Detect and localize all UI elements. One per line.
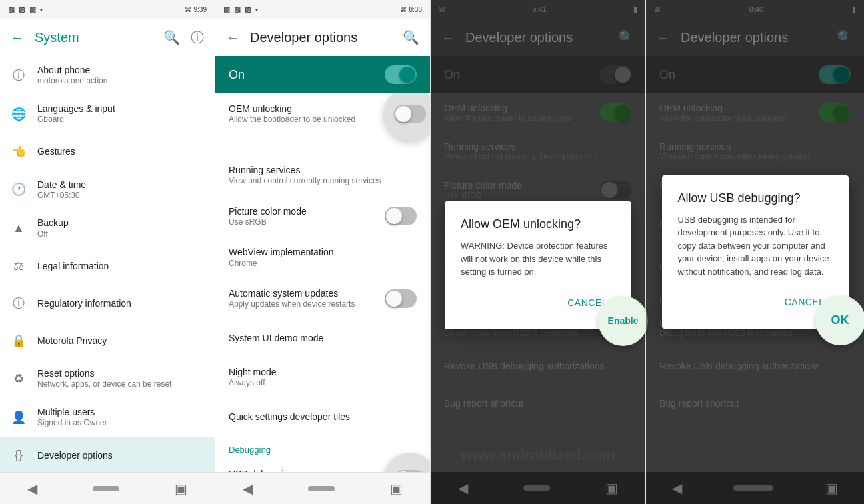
reset-sub: Network, apps, or device can be reset [37, 379, 204, 390]
settings-item-backup[interactable]: ▲ Backup Off [0, 209, 215, 247]
oem-dialog-title: Allow OEM unlocking? [461, 217, 615, 231]
settings-item-privacy[interactable]: 🔒 Motorola Privacy [0, 322, 215, 359]
gestures-label: Gestures [37, 145, 204, 157]
mid-wifi-icon: ⌘ [400, 6, 407, 13]
color-label: Picture color mode [229, 205, 385, 217]
running-label: Running services [229, 164, 417, 176]
dev-item-webview[interactable]: WebView implementation Chrome [215, 237, 430, 278]
status-bar-mid: ▩ ▩ ▩ • ⌘ 8:38 [215, 0, 430, 19]
notification-icon-1: ▩ [8, 5, 15, 14]
nav-home-mid[interactable] [308, 486, 335, 491]
status-bar-left: ▩ ▩ ▩ • ⌘ 9:39 [0, 0, 215, 19]
system-settings-panel: ▩ ▩ ▩ • ⌘ 9:39 ← System 🔍 ⓘ ⓘ About phon… [0, 0, 215, 504]
regulatory-icon: ⓘ [11, 295, 27, 311]
users-label: Multiple users [37, 406, 204, 418]
languages-label: Languages & input [37, 103, 204, 115]
color-sub: Use sRGB [229, 217, 385, 228]
dev-item-demo[interactable]: System UI demo mode [215, 319, 430, 357]
usb-dialog-title: Allow USB debugging? [678, 191, 833, 205]
datetime-sub: GMT+05:30 [37, 191, 204, 201]
developer-icon: {} [11, 447, 27, 463]
dev-item-usb[interactable]: USB debugging Debug mode when USB is con… [215, 459, 430, 472]
webview-sub: Chrome [229, 259, 417, 269]
reset-label: Reset options [37, 367, 204, 379]
legal-icon: ⚖ [11, 258, 27, 274]
settings-item-about-phone[interactable]: ⓘ About phone motorola one action [0, 56, 215, 95]
settings-item-languages[interactable]: 🌐 Languages & input Gboard [0, 95, 215, 133]
languages-sub: Gboard [37, 115, 204, 125]
webview-label: WebView implementation [229, 246, 417, 258]
about-phone-label: About phone [37, 64, 204, 76]
usb-dialog-overlay: Allow USB debugging? USB debugging is in… [646, 0, 864, 504]
back-icon[interactable]: ← [11, 30, 24, 45]
usb-large-toggle[interactable] [383, 453, 430, 472]
mid-notification-2: ▩ [234, 5, 241, 14]
nav-bar-mid: ◀ ▣ [215, 472, 430, 504]
on-toggle-mid[interactable] [385, 65, 417, 84]
regulatory-label: Regulatory information [37, 297, 204, 309]
oem-dialog-overlay: Allow OEM unlocking? WARNING: Device pro… [431, 0, 645, 504]
about-phone-sub: motorola one action [37, 76, 204, 87]
notification-icon-2: ▩ [19, 5, 25, 14]
users-icon: 👤 [11, 409, 27, 425]
settings-item-gestures[interactable]: 👈 Gestures [0, 133, 215, 171]
color-toggle[interactable] [385, 207, 417, 225]
wifi-icon: ⌘ [185, 6, 191, 13]
dev-item-night[interactable]: Night mode Always off [215, 357, 430, 398]
mid-notification-3: ▩ [245, 5, 251, 14]
developer-options-panel-2: ⌘ 9:41 ▮ ← Developer options 🔍 On OEM un… [431, 0, 646, 504]
time-left: 9:39 [194, 6, 207, 13]
search-icon[interactable]: 🔍 [163, 29, 180, 45]
settings-item-reset[interactable]: ♻ Reset options Network, apps, or device… [0, 359, 215, 398]
oem-enable-label: Enable [608, 315, 639, 326]
mid-dot: • [255, 5, 258, 13]
developer-label: Developer options [37, 449, 204, 461]
dev-back-icon[interactable]: ← [226, 30, 239, 45]
system-title: System [35, 30, 153, 45]
oem-large-toggle[interactable] [383, 93, 430, 141]
settings-item-datetime[interactable]: 🕐 Date & time GMT+05:30 [0, 171, 215, 209]
nav-home[interactable] [93, 486, 119, 491]
dev-appbar-mid: ← Developer options 🔍 [215, 19, 430, 56]
demo-label: System UI demo mode [229, 332, 417, 344]
usb-dialog-actions: Cancel [678, 291, 833, 313]
settings-item-users[interactable]: 👤 Multiple users Signed in as Owner [0, 398, 215, 437]
dev-list-mid: OEM unlocking Allow the bootloader to be… [215, 93, 430, 472]
mid-status-right: ⌘ 8:38 [400, 6, 422, 13]
dev-item-color[interactable]: Picture color mode Use sRGB [215, 196, 430, 237]
night-label: Night mode [229, 366, 417, 378]
qstiles-label: Quick settings developer tiles [229, 411, 417, 423]
settings-item-legal[interactable]: ⚖ Legal information [0, 247, 215, 285]
nav-recents-icon[interactable]: ▣ [175, 481, 187, 497]
nav-recents-mid[interactable]: ▣ [390, 481, 403, 497]
dev-item-running[interactable]: Running services View and control curren… [215, 155, 430, 196]
on-bar-mid[interactable]: On [215, 56, 430, 93]
backup-sub: Off [37, 229, 204, 240]
nav-bar-left: ◀ ▣ [0, 472, 215, 504]
settings-list: ⓘ About phone motorola one action 🌐 Lang… [0, 56, 215, 472]
backup-icon: ▲ [11, 220, 27, 236]
dev-item-autoupdate[interactable]: Automatic system updates Apply updates w… [215, 278, 430, 319]
help-icon[interactable]: ⓘ [191, 29, 204, 47]
settings-item-regulatory[interactable]: ⓘ Regulatory information [0, 285, 215, 322]
notification-icon-3: ▩ [29, 5, 36, 14]
oem-dialog: Allow OEM unlocking? WARNING: Device pro… [445, 201, 631, 329]
dev-title-mid: Developer options [250, 30, 392, 45]
info-icon: ⓘ [11, 67, 27, 83]
users-sub: Signed in as Owner [37, 418, 204, 429]
dev-search-icon[interactable]: 🔍 [403, 29, 419, 45]
mid-notification-1: ▩ [223, 5, 230, 14]
dev-item-oem[interactable]: OEM unlocking Allow the bootloader to be… [215, 93, 430, 135]
settings-item-developer[interactable]: {} Developer options [0, 437, 215, 472]
usb-ok-button[interactable]: OK [815, 295, 865, 345]
dev-item-qstiles[interactable]: Quick settings developer tiles [215, 398, 430, 435]
oem-dialog-actions: Cancel [461, 292, 615, 313]
autoupdate-toggle[interactable] [385, 289, 417, 308]
autoupdate-label: Automatic system updates [229, 287, 385, 299]
oem-enable-button[interactable]: Enable [598, 296, 648, 346]
nav-back-icon[interactable]: ◀ [27, 481, 37, 497]
legal-label: Legal information [37, 260, 204, 272]
oem-dialog-body: WARNING: Device protection features will… [461, 239, 615, 279]
usb-ok-label: OK [831, 313, 849, 327]
nav-back-mid[interactable]: ◀ [243, 481, 253, 497]
